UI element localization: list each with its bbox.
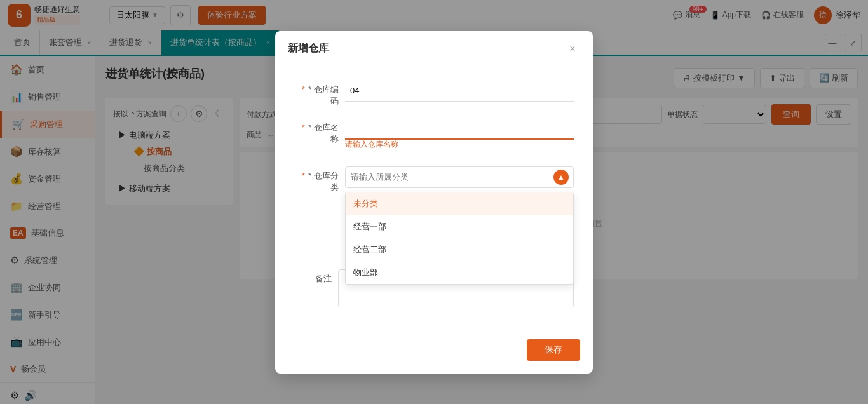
save-button[interactable]: 保存: [527, 339, 580, 361]
warehouse-category-wrap: ▲ 未分类 经营一部 经营二部 物业部: [345, 166, 574, 188]
add-warehouse-modal: 新增仓库 × * * 仓库编码 * * 仓库名称 请输入仓库名称: [275, 31, 593, 374]
warehouse-name-label: * * 仓库名称: [294, 118, 345, 145]
warehouse-code-label: * * 仓库编码: [294, 80, 345, 107]
category-option-uncategorized[interactable]: 未分类: [346, 192, 573, 215]
dropdown-toggle-button[interactable]: ▲: [553, 170, 569, 185]
warehouse-name-row: * * 仓库名称 请输入仓库名称: [294, 118, 574, 145]
warehouse-code-input[interactable]: [345, 80, 574, 102]
warehouse-category-row: * * 仓库分类 ▲ 未分类 经营一部 经营二部 物业部: [294, 166, 574, 193]
warehouse-category-input[interactable]: [345, 166, 574, 188]
modal-footer: 保存: [275, 332, 593, 374]
warehouse-name-input[interactable]: [345, 118, 574, 140]
category-option-ops2[interactable]: 经营二部: [346, 238, 573, 261]
modal-overlay[interactable]: 新增仓库 × * * 仓库编码 * * 仓库名称 请输入仓库名称: [0, 0, 868, 404]
modal-title: 新增仓库: [288, 42, 329, 55]
category-dropdown-list: 未分类 经营一部 经营二部 物业部: [345, 192, 574, 285]
category-option-ops1[interactable]: 经营一部: [346, 215, 573, 238]
modal-body: * * 仓库编码 * * 仓库名称 请输入仓库名称: [275, 67, 593, 332]
modal-close-button[interactable]: ×: [565, 41, 580, 57]
warehouse-name-wrap: 请输入仓库名称: [345, 118, 574, 140]
warehouse-note-label: 备注: [294, 269, 338, 285]
warehouse-category-label: * * 仓库分类: [294, 166, 345, 193]
warehouse-name-error: 请输入仓库名称: [345, 139, 398, 150]
category-option-property[interactable]: 物业部: [346, 261, 573, 284]
warehouse-code-row: * * 仓库编码: [294, 80, 574, 107]
modal-header: 新增仓库 ×: [275, 31, 593, 67]
